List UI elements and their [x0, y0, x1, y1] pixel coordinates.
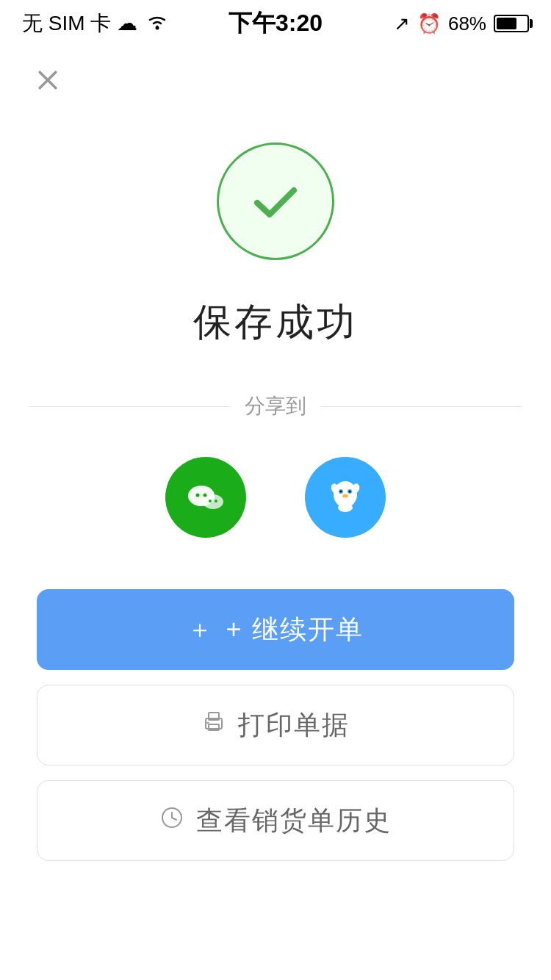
history-button[interactable]: 查看销货单历史: [37, 780, 514, 861]
wechat-icon: [182, 474, 229, 521]
main-content: 保存成功 分享到: [0, 47, 551, 861]
svg-point-21: [207, 722, 209, 724]
svg-point-10: [338, 503, 353, 512]
svg-point-15: [342, 494, 348, 498]
divider-left: [29, 406, 230, 407]
svg-line-24: [172, 818, 176, 820]
share-icons: [165, 457, 386, 538]
success-title: 保存成功: [193, 297, 358, 348]
svg-point-13: [340, 491, 342, 493]
wifi-icon: [146, 12, 168, 35]
svg-point-14: [349, 491, 351, 493]
share-label: 分享到: [245, 392, 306, 420]
close-button[interactable]: [29, 62, 66, 98]
location-icon: ↗: [394, 12, 410, 35]
continue-label: + 继续开单: [226, 612, 363, 648]
history-label: 查看销货单历史: [196, 803, 392, 839]
print-label: 打印单据: [238, 707, 350, 743]
action-buttons: ＋ + 继续开单 打印单据: [29, 589, 522, 861]
svg-point-5: [196, 494, 200, 497]
status-right: ↗ ⏰ 68%: [394, 12, 529, 35]
checkmark-icon: [246, 172, 305, 231]
battery-percent: 68%: [448, 12, 486, 35]
qq-icon: [322, 474, 369, 521]
success-circle: [217, 143, 334, 260]
sim-status: 无 SIM 卡 ☁: [22, 10, 137, 37]
continue-button[interactable]: ＋ + 继续开单: [37, 589, 514, 670]
qq-share-button[interactable]: [305, 457, 386, 538]
svg-point-7: [209, 500, 212, 502]
close-icon: [35, 67, 61, 93]
wechat-share-button[interactable]: [165, 457, 246, 538]
svg-point-8: [215, 500, 217, 502]
alarm-icon: ⏰: [417, 12, 441, 35]
status-time: 下午3:20: [228, 7, 323, 40]
status-left: 无 SIM 卡 ☁: [22, 10, 168, 37]
svg-point-6: [204, 494, 207, 497]
battery-icon: [494, 15, 529, 32]
history-icon: [159, 805, 184, 836]
success-section: 保存成功 分享到: [29, 128, 522, 861]
print-icon: [201, 710, 226, 741]
print-button[interactable]: 打印单据: [37, 685, 514, 765]
svg-point-0: [156, 26, 159, 30]
status-bar: 无 SIM 卡 ☁ 下午3:20 ↗ ⏰ 68%: [0, 0, 551, 47]
plus-icon: ＋: [187, 613, 214, 646]
divider-right: [321, 406, 522, 407]
share-divider: 分享到: [29, 392, 522, 420]
